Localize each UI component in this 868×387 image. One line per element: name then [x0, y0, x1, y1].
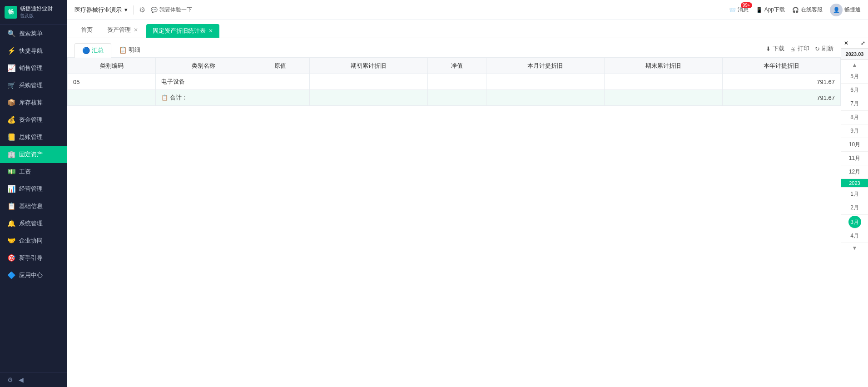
- nav-label: 总账管理: [19, 133, 43, 141]
- col-header-initial-acc: 期初累计折旧: [309, 58, 427, 74]
- nav-label: 搜索菜单: [19, 30, 43, 38]
- col-header-yearly: 本年计提折旧: [722, 58, 840, 74]
- col-header-name: 类别名称: [156, 58, 251, 74]
- app-subtitle: 普及版: [20, 13, 53, 19]
- date-item-jan[interactable]: 1月: [841, 188, 868, 201]
- settings-icon[interactable]: ⚙: [139, 5, 145, 14]
- online-service-btn[interactable]: 🎧 在线客服: [792, 6, 823, 14]
- company-name: 医疗器械行业演示: [74, 6, 122, 14]
- sidebar-item-固定资产[interactable]: 🏢 固定资产: [0, 146, 67, 163]
- logo-icon: 畅: [5, 6, 17, 19]
- total-row: 📋 合计： 791.67: [68, 90, 841, 106]
- date-up-arrow[interactable]: ▲: [841, 60, 868, 70]
- date-item-oct[interactable]: 10月: [841, 138, 868, 152]
- print-btn[interactable]: 🖨 打印: [790, 45, 809, 53]
- date-down-arrow[interactable]: ▼: [841, 243, 868, 253]
- nav-icon: 🔔: [7, 219, 15, 228]
- sidebar-item-新手引导[interactable]: 🎯 新手引导: [0, 249, 67, 267]
- col-header-original: 原值: [251, 58, 310, 74]
- tab-asset-management[interactable]: 资产管理 ✕: [101, 23, 144, 38]
- total-expand-icon[interactable]: 📋: [161, 94, 168, 101]
- date-item-nov[interactable]: 11月: [841, 152, 868, 165]
- current-year-months: 1月 2月 3月 4月: [841, 188, 868, 243]
- tab-home-label: 首页: [81, 26, 93, 34]
- summary-icon: 🔵: [82, 47, 90, 54]
- sidebar-item-搜索菜单[interactable]: 🔍 搜索菜单: [0, 25, 67, 42]
- total-initial-acc: [309, 90, 427, 106]
- sidebar-item-销售管理[interactable]: 📈 销售管理: [0, 60, 67, 77]
- nav-icon: 📋: [7, 202, 15, 210]
- sidebar-item-采购管理[interactable]: 🛒 采购管理: [0, 77, 67, 94]
- print-icon: 🖨: [790, 45, 796, 52]
- date-panel: ✕ ⤢ 2023.03 ▲ 5月 6月 7月 8月 9月 10月 11月 12月…: [841, 38, 868, 387]
- date-item-dec[interactable]: 12月: [841, 165, 868, 179]
- settings-footer-icon[interactable]: ⚙: [7, 376, 13, 383]
- cell-monthly: [486, 74, 604, 90]
- cell-name: 电子设备: [156, 74, 251, 90]
- date-item-aug[interactable]: 8月: [841, 111, 868, 124]
- sidebar-item-工资[interactable]: 💵 工资: [0, 163, 67, 180]
- content-main: 🔵 汇总 📋 明细 ⬇ 下载 🖨 打印: [67, 38, 841, 387]
- subtab-detail[interactable]: 📋 明细: [111, 43, 148, 57]
- total-end-acc: [604, 90, 722, 106]
- nav-label: 工资: [19, 168, 31, 176]
- download-btn[interactable]: ⬇ 下载: [766, 45, 784, 53]
- nav-label: 基础信息: [19, 202, 43, 210]
- message-btn[interactable]: 📨 消息 99+: [729, 6, 749, 14]
- tab-depreciation-close[interactable]: ✕: [208, 28, 213, 34]
- date-item-jul[interactable]: 7月: [841, 97, 868, 111]
- date-item-feb[interactable]: 2月: [841, 201, 868, 215]
- print-label: 打印: [798, 45, 809, 53]
- date-item-mar[interactable]: 3月: [848, 216, 861, 228]
- refresh-icon: ↻: [815, 45, 820, 52]
- collapse-icon[interactable]: ◀: [19, 376, 24, 383]
- app-download-icon: 📱: [756, 7, 763, 13]
- nav-icon: 🎯: [7, 254, 15, 262]
- cell-net: [427, 74, 486, 90]
- date-panel-close-icon[interactable]: ✕: [844, 40, 848, 46]
- refresh-btn[interactable]: ↻ 刷新: [815, 45, 833, 53]
- date-item-apr[interactable]: 4月: [841, 229, 868, 243]
- date-panel-expand-icon[interactable]: ⤢: [861, 40, 865, 46]
- year-label[interactable]: 2023: [841, 179, 868, 188]
- cell-yearly: 791.67: [722, 74, 840, 90]
- date-item-may[interactable]: 5月: [841, 70, 868, 84]
- subtab-summary[interactable]: 🔵 汇总: [74, 43, 111, 58]
- user-area[interactable]: 👤 畅捷通: [830, 4, 861, 16]
- sidebar-item-系统管理[interactable]: 🔔 系统管理: [0, 215, 67, 232]
- sidebar-item-库存核算[interactable]: 📦 库存核算: [0, 94, 67, 111]
- experience-btn[interactable]: 💬 我要体验一下: [151, 6, 192, 14]
- nav-label: 经营管理: [19, 185, 43, 193]
- app-download-btn[interactable]: 📱 App下载: [756, 6, 785, 14]
- sidebar-item-企业协同[interactable]: 🤝 企业协同: [0, 232, 67, 249]
- nav-label: 新手引导: [19, 254, 43, 262]
- subtab-summary-label: 汇总: [92, 46, 104, 55]
- nav-label: 快捷导航: [19, 47, 43, 55]
- cell-end-acc: [604, 74, 722, 90]
- sidebar-item-基础信息[interactable]: 📋 基础信息: [0, 198, 67, 215]
- tab-depreciation-report[interactable]: 固定资产折旧统计表 ✕: [146, 24, 219, 38]
- date-item-jun[interactable]: 6月: [841, 84, 868, 97]
- depreciation-table: 类别编码 类别名称 原值 期初累计折旧 净值 本月计提折旧 期末累计折旧 本年计…: [67, 58, 841, 106]
- company-selector[interactable]: 医疗器械行业演示 ▾: [74, 6, 128, 14]
- sidebar-item-快捷导航[interactable]: ⚡ 快捷导航: [0, 42, 67, 60]
- total-net: [427, 90, 486, 106]
- sidebar-item-应用中心[interactable]: 🔷 应用中心: [0, 267, 67, 284]
- app-download-label: App下载: [764, 6, 785, 14]
- cell-code: 05: [68, 74, 156, 90]
- total-monthly: [486, 90, 604, 106]
- divider: [133, 5, 134, 15]
- col-header-monthly: 本月计提折旧: [486, 58, 604, 74]
- sidebar-item-资金管理[interactable]: 💰 资金管理: [0, 111, 67, 129]
- detail-icon: 📋: [119, 46, 127, 54]
- sidebar-item-总账管理[interactable]: 📒 总账管理: [0, 129, 67, 146]
- nav-icon: 💵: [7, 168, 15, 176]
- sidebar-item-经营管理[interactable]: 📊 经营管理: [0, 180, 67, 198]
- tab-asset-close[interactable]: ✕: [134, 27, 138, 33]
- col-header-net: 净值: [427, 58, 486, 74]
- nav-icon: 📈: [7, 64, 15, 72]
- content-area: 🔵 汇总 📋 明细 ⬇ 下载 🖨 打印: [67, 38, 868, 387]
- subtabs: 🔵 汇总 📋 明细 ⬇ 下载 🖨 打印: [67, 38, 841, 58]
- date-item-sep[interactable]: 9月: [841, 124, 868, 138]
- tab-home[interactable]: 首页: [74, 23, 99, 38]
